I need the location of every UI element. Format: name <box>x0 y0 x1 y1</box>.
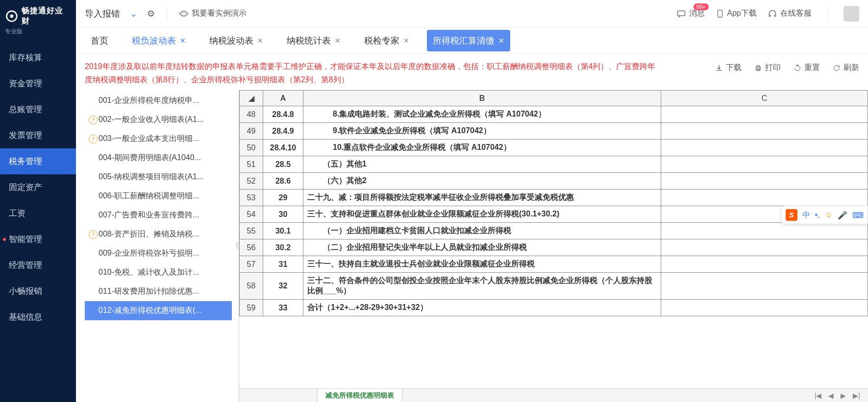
cell[interactable]: （一）企业招用建档立卡贫困人口就业扣减企业所得税 <box>303 223 661 239</box>
nav-item-8[interactable]: 经营管理 <box>0 252 76 278</box>
nav-item-6[interactable]: 工资 <box>0 200 76 226</box>
form-list-item-3[interactable]: 004-期间费用明细表(A1040... <box>85 148 232 167</box>
cell[interactable]: 32 <box>263 273 303 300</box>
cell[interactable]: 28.5 <box>263 156 303 173</box>
col-header-c[interactable]: C <box>661 91 868 106</box>
demo-link[interactable]: 我要看实例演示 <box>179 8 247 19</box>
close-icon[interactable]: ✕ <box>498 37 504 45</box>
corner-cell[interactable]: ◢ <box>240 91 263 106</box>
download-button[interactable]: 下载 <box>715 63 742 73</box>
cell[interactable] <box>661 140 868 156</box>
row-header[interactable]: 59 <box>240 300 263 316</box>
cell[interactable]: 28.6 <box>263 173 303 189</box>
cell[interactable] <box>661 173 868 189</box>
cell[interactable] <box>661 239 868 256</box>
cell[interactable]: （五）其他1 <box>303 156 661 173</box>
sheet-nav-last[interactable]: ▶| <box>850 392 863 400</box>
row-header[interactable]: 54 <box>240 206 263 223</box>
ime-punct-icon[interactable]: •, <box>815 211 820 219</box>
cell[interactable]: 29 <box>263 189 303 206</box>
col-header-a[interactable]: A <box>263 91 303 106</box>
cell[interactable]: （二）企业招用登记失业半年以上人员就业扣减企业所得税 <box>303 239 661 256</box>
ime-keyboard-icon[interactable]: ⌨ <box>852 211 864 220</box>
row-header[interactable]: 51 <box>240 156 263 173</box>
collapse-handle[interactable]: 《 <box>232 90 239 402</box>
nav-item-9[interactable]: 小畅报销 <box>0 278 76 304</box>
cell[interactable]: 28.4.9 <box>263 123 303 140</box>
form-list-item-5[interactable]: 006-职工薪酬纳税调整明细... <box>85 187 232 206</box>
cell[interactable] <box>661 156 868 173</box>
nav-item-4[interactable]: 税务管理 <box>0 148 76 174</box>
tab-3[interactable]: 纳税统计表✕ <box>281 30 347 51</box>
tab-4[interactable]: 税检专家✕ <box>358 30 415 51</box>
cell[interactable]: 30.2 <box>263 239 303 256</box>
close-icon[interactable]: ✕ <box>335 37 341 45</box>
cell[interactable]: （六）其他2 <box>303 173 661 189</box>
form-list-item-1[interactable]: 002-一般企业收入明细表(A1... <box>85 110 232 129</box>
cell[interactable]: 10.重点软件企业减免企业所得税（填写 A107042） <box>303 140 661 156</box>
cell[interactable]: 三十一、扶持自主就业退役士兵创业就业企业限额减征企业所得税 <box>303 256 661 273</box>
sheet-nav-prev[interactable]: ◀ <box>825 392 837 400</box>
col-header-b[interactable]: B <box>303 91 661 106</box>
form-list-item-11[interactable]: 012-减免所得税优惠明细表(... <box>85 301 232 320</box>
settings-icon[interactable]: ⚙ <box>147 8 155 19</box>
row-header[interactable]: 50 <box>240 140 263 156</box>
cell[interactable]: 8.集成电路封装、测试企业减免企业所得税（填写 A107042） <box>303 106 661 123</box>
nav-item-7[interactable]: 智能管理 <box>0 226 76 252</box>
row-header[interactable]: 57 <box>240 256 263 273</box>
row-header[interactable]: 52 <box>240 173 263 189</box>
cell[interactable]: 三十二、符合条件的公司型创投企业按照企业年末个人股东持股比例减免企业所得税（个人… <box>303 273 661 300</box>
row-header[interactable]: 53 <box>240 189 263 206</box>
form-list-item-0[interactable]: 001-企业所得税年度纳税申... <box>85 91 232 110</box>
cell[interactable]: 28.4.10 <box>263 140 303 156</box>
tab-2[interactable]: 纳税波动表✕ <box>203 30 269 51</box>
cell[interactable]: 二十九、减：项目所得额按法定税率减半征收企业所得税叠加享受减免税优惠 <box>303 189 661 206</box>
tab-0[interactable]: 首页 <box>85 30 114 51</box>
ime-toolbar[interactable]: S 中 •, ☺ 🎤 ⌨ <box>781 206 868 224</box>
cell[interactable]: 28.4.8 <box>263 106 303 123</box>
tab-5[interactable]: 所得税汇算清缴✕ <box>427 30 510 51</box>
support-button[interactable]: 在线客服 <box>768 8 812 19</box>
nav-item-2[interactable]: 总账管理 <box>0 96 76 122</box>
user-avatar[interactable] <box>843 6 859 22</box>
nav-item-5[interactable]: 固定资产 <box>0 174 76 200</box>
cell[interactable]: 33 <box>263 300 303 316</box>
reset-button[interactable]: 重置 <box>794 63 820 73</box>
cell[interactable]: 31 <box>263 256 303 273</box>
close-icon[interactable]: ✕ <box>257 37 263 45</box>
sheet-nav-first[interactable]: |◀ <box>812 392 825 400</box>
close-icon[interactable]: ✕ <box>403 37 409 45</box>
ime-lang[interactable]: 中 <box>802 210 810 220</box>
cell[interactable] <box>661 123 868 140</box>
cell[interactable]: 三十、支持和促进重点群体创业就业企业限额减征企业所得税(30.1+30.2) <box>303 206 661 223</box>
cell[interactable] <box>661 106 868 123</box>
ime-emoji-icon[interactable]: ☺ <box>825 211 833 219</box>
ime-mic-icon[interactable]: 🎤 <box>838 211 847 220</box>
refresh-button[interactable]: 刷新 <box>833 63 859 73</box>
app-download-button[interactable]: App下载 <box>716 8 757 19</box>
close-icon[interactable]: ✕ <box>180 37 186 45</box>
nav-item-3[interactable]: 发票管理 <box>0 122 76 148</box>
row-header[interactable]: 49 <box>240 123 263 140</box>
form-list-item-2[interactable]: 003-一般企业成本支出明细... <box>85 129 232 148</box>
row-header[interactable]: 58 <box>240 273 263 300</box>
nav-item-0[interactable]: 库存核算 <box>0 45 76 71</box>
messages-button[interactable]: 消息 99+ <box>676 8 705 19</box>
nav-item-1[interactable]: 资金管理 <box>0 71 76 96</box>
cell[interactable]: 30.1 <box>263 223 303 239</box>
form-list-item-10[interactable]: 011-研发费用加计扣除优惠... <box>85 282 232 301</box>
print-button[interactable]: 打印 <box>754 63 781 73</box>
cell[interactable]: 9.软件企业减免企业所得税（填写 A107042） <box>303 123 661 140</box>
row-header[interactable]: 55 <box>240 223 263 239</box>
nav-item-10[interactable]: 基础信息 <box>0 304 76 330</box>
cell[interactable] <box>661 256 868 273</box>
row-header[interactable]: 56 <box>240 239 263 256</box>
form-list-item-7[interactable]: 008-资产折旧、摊销及纳税... <box>85 225 232 244</box>
cell[interactable] <box>661 189 868 206</box>
cell[interactable] <box>661 273 868 300</box>
form-list-item-8[interactable]: 009-企业所得税弥补亏损明... <box>85 244 232 263</box>
sheet-nav-next[interactable]: ▶ <box>838 392 849 400</box>
cell[interactable] <box>661 300 868 316</box>
form-list-item-4[interactable]: 005-纳税调整项目明细表(A1... <box>85 167 232 187</box>
cell[interactable] <box>661 223 868 239</box>
